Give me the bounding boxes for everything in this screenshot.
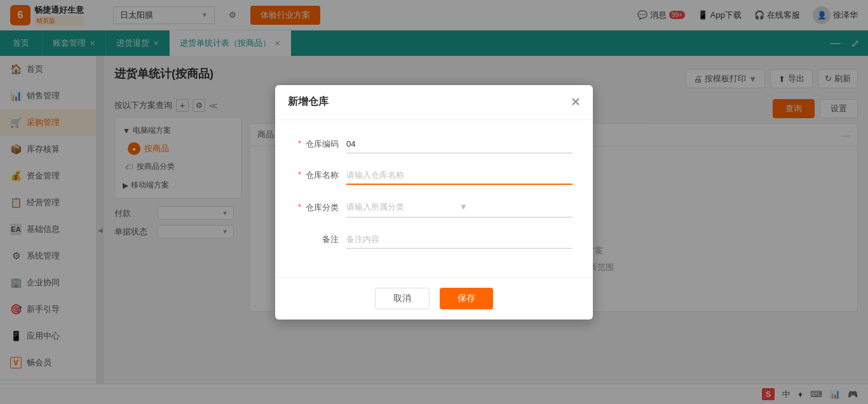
category-placeholder: 请输入所属分类 xyxy=(346,201,459,213)
category-select[interactable]: 请输入所属分类 ▼ xyxy=(346,198,573,218)
cancel-btn[interactable]: 取消 xyxy=(375,288,430,309)
modal-overlay: 新增仓库 ✕ 仓库编码 仓库名称 仓库分类 请输入所属分类 ▼ xyxy=(0,0,868,404)
name-label: 仓库名称 xyxy=(295,170,346,181)
remark-label: 备注 xyxy=(295,234,346,245)
category-arrow-icon: ▼ xyxy=(459,202,573,212)
name-input[interactable] xyxy=(346,166,573,185)
modal-close-btn[interactable]: ✕ xyxy=(571,95,580,109)
code-input[interactable] xyxy=(346,135,573,154)
modal-footer: 取消 保存 xyxy=(275,277,593,320)
form-row-name: 仓库名称 xyxy=(295,166,573,185)
category-label: 仓库分类 xyxy=(295,202,346,213)
modal-new-warehouse: 新增仓库 ✕ 仓库编码 仓库名称 仓库分类 请输入所属分类 ▼ xyxy=(275,85,593,320)
save-btn[interactable]: 保存 xyxy=(440,288,493,309)
form-row-remark: 备注 xyxy=(295,231,573,249)
form-row-category: 仓库分类 请输入所属分类 ▼ xyxy=(295,198,573,218)
remark-input[interactable] xyxy=(346,231,573,249)
form-row-code: 仓库编码 xyxy=(295,135,573,154)
code-label: 仓库编码 xyxy=(295,138,346,150)
modal-header: 新增仓库 ✕ xyxy=(275,85,593,120)
modal-body: 仓库编码 仓库名称 仓库分类 请输入所属分类 ▼ 备注 xyxy=(275,120,593,277)
modal-title: 新增仓库 xyxy=(288,95,329,109)
